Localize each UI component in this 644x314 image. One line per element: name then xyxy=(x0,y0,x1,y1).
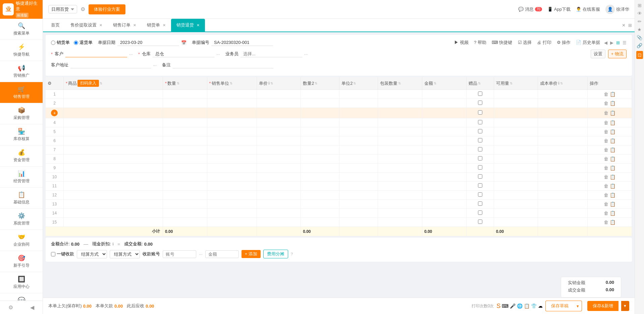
unit-cell-9[interactable] xyxy=(207,164,257,173)
tab-home[interactable]: 首页 xyxy=(46,19,65,32)
qty-cell-1[interactable] xyxy=(163,90,207,99)
qty2-cell-3[interactable] xyxy=(301,108,339,118)
unit-cell-11[interactable] xyxy=(207,182,257,191)
product-sort-icon[interactable]: ⇅ xyxy=(100,81,102,85)
amount-cell-6[interactable] xyxy=(422,136,466,145)
copy-row-8-icon[interactable]: 📋 xyxy=(610,156,615,162)
gift-cell-6[interactable] xyxy=(466,136,494,145)
available-cell-11[interactable] xyxy=(494,182,538,191)
copy-row-13-icon[interactable]: 📋 xyxy=(610,201,615,207)
available-cell-1[interactable] xyxy=(494,90,538,99)
gift-checkbox-5[interactable] xyxy=(478,129,482,133)
unitprice-cell-6[interactable] xyxy=(257,136,301,145)
logistics-button[interactable]: + 物流 xyxy=(608,50,627,58)
packqty-cell-6[interactable] xyxy=(378,136,422,145)
gift-checkbox-2[interactable] xyxy=(478,101,482,105)
amount-cell-4[interactable] xyxy=(422,118,466,127)
user-profile[interactable]: 👤 徐泽华 xyxy=(605,5,629,14)
delete-row-15-icon[interactable]: 🗑 xyxy=(604,219,608,225)
copy-row-10-icon[interactable]: 📋 xyxy=(610,174,615,180)
warehouse-input[interactable] xyxy=(153,51,214,57)
sidebar-item-inventory[interactable]: 🏪 库存核算 xyxy=(0,124,43,145)
sidebar-item-sales[interactable]: 🛒 销售管理 xyxy=(0,82,43,103)
unitprice-cell-3[interactable] xyxy=(257,108,301,118)
available-cell-13[interactable] xyxy=(494,200,538,209)
gift-checkbox-1[interactable] xyxy=(478,91,482,96)
unitprice-cell-10[interactable] xyxy=(257,173,301,182)
sidebar-item-newbie[interactable]: 🎯 新手引导 xyxy=(0,251,43,272)
copy-row-9-icon[interactable]: 📋 xyxy=(610,165,615,171)
gift-cell-1[interactable] xyxy=(466,90,494,99)
delete-row-2-icon[interactable]: 🗑 xyxy=(604,101,608,106)
qty-cell-5[interactable] xyxy=(163,127,207,136)
gift-checkbox-12[interactable] xyxy=(478,192,482,197)
save-new-button[interactable]: 保存&新增 xyxy=(587,301,619,311)
fee-help-icon[interactable]: ? xyxy=(291,252,293,256)
qty2-cell-10[interactable] xyxy=(301,173,339,182)
sidebar-item-appstore[interactable]: 🔲 应用中心 xyxy=(0,272,43,293)
cloud-icon[interactable]: ☁ xyxy=(538,303,543,309)
amount-cell-12[interactable] xyxy=(422,191,466,200)
qty2-cell-1[interactable] xyxy=(301,90,339,99)
nav-prev-icon[interactable]: ◀ xyxy=(604,40,607,45)
unit-cell-14[interactable] xyxy=(207,209,257,218)
close-all-icon[interactable]: ✕ xyxy=(622,23,626,28)
sidebar-item-basic[interactable]: 📋 基础信息 xyxy=(0,188,43,209)
save-draft-dropdown[interactable]: ▾ xyxy=(574,301,582,311)
app-download-btn[interactable]: 📱 App下载 xyxy=(547,6,571,12)
gift-checkbox-9[interactable] xyxy=(478,165,482,170)
delete-row-14-icon[interactable]: 🗑 xyxy=(604,210,608,216)
sidebar-item-finance[interactable]: 💰 资金管理 xyxy=(0,145,43,167)
amount-cell-7[interactable] xyxy=(422,145,466,154)
copy-row-11-icon[interactable]: 📋 xyxy=(610,183,615,189)
delete-row-9-icon[interactable]: 🗑 xyxy=(604,165,608,171)
unit2-cell-10[interactable] xyxy=(339,173,378,182)
available-cell-4[interactable] xyxy=(494,118,538,127)
qty-cell-10[interactable] xyxy=(163,173,207,182)
gift-cell-2[interactable] xyxy=(466,99,494,108)
unit2-cell-9[interactable] xyxy=(339,164,378,173)
unit2-cell-3[interactable] xyxy=(339,108,378,118)
product-cell-12[interactable] xyxy=(63,191,163,200)
unit2-cell-7[interactable] xyxy=(339,145,378,154)
costprice-cell-4[interactable] xyxy=(538,118,588,127)
unit2-cell-15[interactable] xyxy=(339,218,378,227)
qty-cell-12[interactable] xyxy=(163,191,207,200)
trial-plan-button[interactable]: 体验行业方案 xyxy=(89,4,125,14)
online-service-btn[interactable]: 👨‍💼 在线客服 xyxy=(576,6,600,12)
right-bookmark-icon[interactable]: ★ xyxy=(637,27,642,32)
qty2-cell-13[interactable] xyxy=(301,200,339,209)
qty2-cell-11[interactable] xyxy=(301,182,339,191)
unitprice-cell-14[interactable] xyxy=(257,209,301,218)
sidebar-item-operations[interactable]: 📊 经营管理 xyxy=(0,167,43,188)
unit-cell-4[interactable] xyxy=(207,118,257,127)
packqty-cell-2[interactable] xyxy=(378,99,422,108)
available-sort-icon[interactable]: ⇅ xyxy=(510,81,513,85)
tab-sales-delivery[interactable]: 销货单 ✕ xyxy=(142,19,171,32)
available-cell-15[interactable] xyxy=(494,218,538,227)
unit-sort-icon[interactable]: ⇅ xyxy=(230,81,232,85)
right-eye-icon[interactable]: 👁 xyxy=(637,11,642,16)
gift-cell-12[interactable] xyxy=(466,191,494,200)
radio-return[interactable]: 退货单 xyxy=(74,40,93,46)
delete-row-3-icon[interactable]: 🗑 xyxy=(604,110,608,116)
gift-checkbox-6[interactable] xyxy=(478,138,482,142)
copy-row-14-icon[interactable]: 📋 xyxy=(610,210,615,216)
unitprice-cell-12[interactable] xyxy=(257,191,301,200)
discount-info-icon[interactable]: ℹ xyxy=(112,242,114,246)
available-cell-8[interactable] xyxy=(494,154,538,164)
available-cell-12[interactable] xyxy=(494,191,538,200)
delete-row-10-icon[interactable]: 🗑 xyxy=(604,174,608,180)
nav-next-icon[interactable]: ▶ xyxy=(610,40,613,45)
date-input[interactable] xyxy=(117,39,179,46)
delete-row-8-icon[interactable]: 🗑 xyxy=(604,156,608,162)
mic-icon[interactable]: 🎤 xyxy=(510,303,516,309)
gift-checkbox-15[interactable] xyxy=(478,219,482,224)
unit2-sort-icon[interactable]: ⇅ xyxy=(353,81,356,85)
unitprice-cell-1[interactable] xyxy=(257,90,301,99)
one-click-payment-input[interactable] xyxy=(51,252,55,256)
history-btn[interactable]: 📄 历史单据 xyxy=(575,39,601,46)
qty-sort-icon[interactable]: ⇅ xyxy=(177,81,179,85)
packqty-cell-4[interactable] xyxy=(378,118,422,127)
unit-cell-5[interactable] xyxy=(207,127,257,136)
